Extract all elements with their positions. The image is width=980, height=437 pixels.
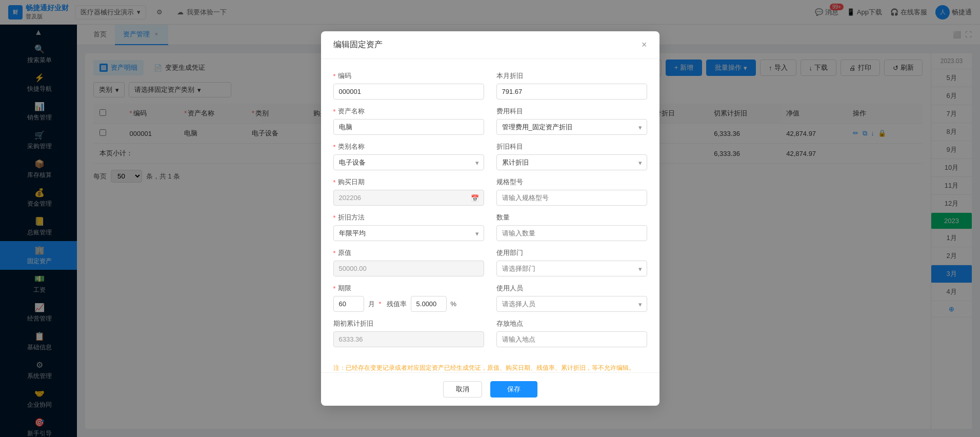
original-value-input[interactable]: [333, 261, 484, 276]
use-person-wrapper: [496, 296, 647, 312]
monthly-dep-input[interactable]: [496, 84, 647, 100]
modal-form: * 编码 * 资产名称: [333, 71, 647, 347]
form-row-quantity: 数量: [496, 213, 647, 241]
period-residual-wrapper: 月 * 残值率 %: [333, 296, 484, 312]
monthly-dep-label: 本月折旧: [496, 71, 647, 81]
form-row-asset-name: * 资产名称: [333, 107, 484, 135]
buy-date-wrapper: 📅: [333, 190, 484, 206]
use-dept-label: 使用部门: [496, 248, 647, 257]
modal-close-button[interactable]: ×: [642, 39, 647, 50]
form-row-code: * 编码: [333, 71, 484, 100]
category-select[interactable]: [333, 154, 484, 170]
modal-title: 编辑固定资产: [333, 39, 383, 50]
asset-name-input[interactable]: [333, 119, 484, 135]
form-row-buy-date: * 购买日期 📅: [333, 177, 484, 206]
category-label: * 类别名称: [333, 142, 484, 151]
residual-rate-label: 残值率: [387, 300, 407, 309]
period-input[interactable]: [333, 296, 364, 312]
use-person-label: 使用人员: [496, 284, 647, 293]
use-dept-select[interactable]: [496, 261, 647, 276]
form-row-dep-subject: 折旧科目: [496, 142, 647, 170]
dep-method-label: * 折旧方法: [333, 213, 484, 222]
residual-rate-input[interactable]: [411, 296, 447, 312]
quantity-input[interactable]: [496, 225, 647, 241]
dep-method-wrapper: [333, 225, 484, 241]
form-row-dep-method: * 折旧方法: [333, 213, 484, 241]
buy-date-label: * 购买日期: [333, 177, 484, 187]
expense-subject-label: 费用科目: [496, 107, 647, 116]
modal-body: * 编码 * 资产名称: [321, 59, 659, 360]
spec-model-input[interactable]: [496, 190, 647, 206]
save-button[interactable]: 保存: [490, 381, 537, 398]
form-row-spec-model: 规格型号: [496, 177, 647, 206]
buy-date-input[interactable]: [333, 190, 484, 206]
modal-header: 编辑固定资产 ×: [321, 31, 659, 59]
form-row-original-value: * 原值: [333, 248, 484, 276]
category-select-wrapper: [333, 154, 484, 170]
form-row-expense-subject: 费用科目: [496, 107, 647, 135]
dep-subject-select[interactable]: [496, 154, 647, 170]
period-unit: 月: [368, 300, 375, 309]
form-row-initial-accumulated: 期初累计折旧: [333, 319, 484, 347]
dep-method-select[interactable]: [333, 225, 484, 241]
initial-accumulated-input[interactable]: [333, 331, 484, 347]
app-container: 财 畅捷通好业财 普及版 医疗器械行业演示 ▾ ⚙ ☁ 我要体验一下 💬 消息 …: [0, 0, 980, 437]
edit-asset-modal: 编辑固定资产 × * 编码: [321, 31, 659, 406]
form-row-category: * 类别名称: [333, 142, 484, 170]
original-value-label: * 原值: [333, 248, 484, 257]
quantity-label: 数量: [496, 213, 647, 222]
use-dept-wrapper: [496, 261, 647, 276]
period-label: * 期限: [333, 284, 484, 293]
storage-label: 存放地点: [496, 319, 647, 328]
note-text: 注：已经存在变更记录或者对应固定资产已经生成凭证，原值、购买日期、残值率、累计折…: [333, 364, 635, 371]
right-column: 本月折旧 费用科目: [496, 71, 647, 347]
asset-name-label: * 资产名称: [333, 107, 484, 116]
use-person-select[interactable]: [496, 296, 647, 312]
calendar-icon[interactable]: 📅: [471, 194, 479, 202]
spec-model-label: 规格型号: [496, 177, 647, 187]
modal-note: 注：已经存在变更记录或者对应固定资产已经生成凭证，原值、购买日期、残值率、累计折…: [321, 364, 659, 372]
initial-accumulated-label: 期初累计折旧: [333, 319, 484, 328]
dep-subject-wrapper: [496, 154, 647, 170]
storage-input[interactable]: [496, 331, 647, 347]
cancel-button[interactable]: 取消: [443, 381, 482, 398]
modal-overlay: 编辑固定资产 × * 编码: [0, 0, 980, 437]
dep-subject-label: 折旧科目: [496, 142, 647, 151]
form-row-use-person: 使用人员: [496, 284, 647, 312]
modal-footer: 取消 保存: [321, 372, 659, 406]
expense-subject-select[interactable]: [496, 119, 647, 135]
form-row-period: * 期限 月 * 残值率 %: [333, 284, 484, 312]
code-input[interactable]: [333, 84, 484, 100]
form-row-use-dept: 使用部门: [496, 248, 647, 276]
form-row-storage: 存放地点: [496, 319, 647, 347]
code-label: * 编码: [333, 71, 484, 81]
form-row-monthly-dep: 本月折旧: [496, 71, 647, 100]
percent-sign: %: [451, 300, 457, 308]
expense-subject-wrapper: [496, 119, 647, 135]
left-column: * 编码 * 资产名称: [333, 71, 484, 347]
